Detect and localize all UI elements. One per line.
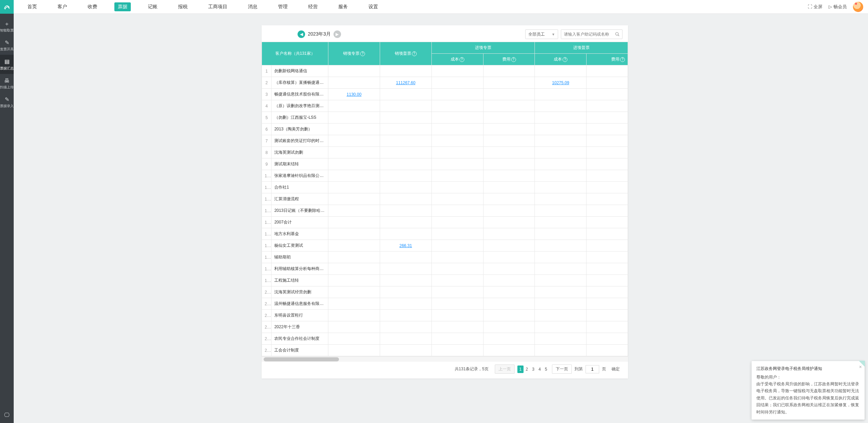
table-row[interactable]: 21温州畅捷通信息服务有限… (262, 298, 628, 310)
table-row[interactable]: 15地方水利基金 (262, 228, 628, 240)
table-row[interactable]: 17辅助期初 (262, 252, 628, 263)
cell-sale-ordinary-link[interactable]: 266.31 (399, 243, 412, 248)
nav-item-11[interactable]: 设置 (365, 2, 381, 11)
help-icon[interactable]: ? (412, 51, 417, 56)
goto-suffix: 页 (602, 366, 606, 372)
table-row[interactable]: 3畅捷通信息技术股份有限公…1130.00 (262, 89, 628, 100)
row-name: 合作社1 (272, 182, 328, 193)
cell-sale-ordinary: 111267.60 (380, 77, 431, 89)
cell-po-expense (587, 147, 628, 158)
nav-item-5[interactable]: 报税 (175, 2, 191, 11)
cell-po-cost (535, 228, 587, 240)
pager-page-1[interactable]: 1 (517, 366, 524, 373)
table-row[interactable]: 24农民专业合作社会计制度 (262, 333, 628, 345)
table-row[interactable]: 232022年十三香 (262, 321, 628, 333)
table-row[interactable]: 9测试期末结转 (262, 158, 628, 170)
nav-item-7[interactable]: 消息 (244, 2, 261, 11)
cell-po-cost (535, 89, 587, 100)
cell-ps-expense (483, 321, 535, 333)
period-prev-button[interactable]: ◀ (298, 30, 305, 38)
row-index: 8 (262, 147, 272, 158)
table-row[interactable]: 18利用辅助核算分析每种商… (262, 263, 628, 275)
table-row[interactable]: 25工会会计制度 (262, 345, 628, 356)
sidebar-item-2[interactable]: ▤票据汇总 (0, 55, 14, 74)
table-row[interactable]: 8沈海英测试勿删 (262, 147, 628, 158)
goto-confirm-button[interactable]: 确定 (609, 365, 622, 373)
nav-item-6[interactable]: 工商项目 (205, 2, 231, 11)
cell-sale-ordinary (380, 89, 431, 100)
nav-item-0[interactable]: 首页 (24, 2, 40, 11)
search-input[interactable] (561, 30, 613, 39)
cell-po-expense (587, 228, 628, 240)
member-button[interactable]: ▷ 畅会员 (829, 4, 847, 10)
main-area: ◀ 2023年3月 ▶ 全部员工 ▼ (14, 14, 868, 423)
cell-sale-ordinary-link[interactable]: 111267.60 (396, 80, 415, 85)
help-icon[interactable]: ? (563, 57, 567, 62)
sidebar-bottom-icon[interactable]: 🖵 (4, 407, 10, 423)
cell-ps-cost (431, 112, 483, 124)
fullscreen-button[interactable]: ⛶ 全屏 (808, 4, 822, 10)
table-row[interactable]: 2（库存核算）直播畅捷通信…111267.6010275.09 (262, 77, 628, 89)
pager-prev-button[interactable]: 上一页 (495, 364, 515, 374)
nav-item-1[interactable]: 客户 (54, 2, 71, 11)
table-row[interactable]: 12汇算清缴流程 (262, 193, 628, 205)
table-row[interactable]: 11合作社1 (262, 182, 628, 193)
pager-next-button[interactable]: 下一页 (552, 364, 572, 374)
table-row[interactable]: 142007会计 (262, 217, 628, 228)
period-next-button[interactable]: ▶ (334, 30, 341, 38)
cell-po-cost-link[interactable]: 10275.09 (552, 80, 569, 85)
cell-po-expense (587, 345, 628, 356)
row-index: 25 (262, 345, 272, 356)
cell-po-cost (535, 263, 587, 275)
search-button[interactable] (613, 30, 622, 39)
help-icon[interactable]: ? (360, 51, 365, 56)
sidebar-item-4[interactable]: ✎票据录入 (0, 93, 14, 112)
table-row[interactable]: 7测试账套的凭证打印的时候… (262, 135, 628, 147)
help-icon[interactable]: ? (620, 57, 625, 62)
table-row[interactable]: 22东明县设置鞋行 (262, 310, 628, 321)
help-icon[interactable]: ? (460, 57, 464, 62)
table-row[interactable]: 1勿删新锐网络通信 (262, 65, 628, 77)
nav-item-8[interactable]: 管理 (275, 2, 291, 11)
cell-sale-special (328, 333, 380, 345)
horizontal-scrollbar[interactable] (262, 356, 628, 362)
table-row[interactable]: 16杨仙女工资测试266.31 (262, 240, 628, 252)
employee-select[interactable]: 全部员工 ▼ (525, 29, 558, 39)
pager-page-3[interactable]: 3 (530, 366, 537, 373)
help-icon[interactable]: ? (511, 57, 516, 62)
sidebar-item-3[interactable]: 🖶扫描上传 (0, 74, 14, 93)
table-row[interactable]: 62013（陶美芳勿删） (262, 124, 628, 135)
table-row[interactable]: 19工程施工结转 (262, 275, 628, 286)
table-row[interactable]: 20沈海英测试经营勿删 (262, 286, 628, 298)
nav-item-10[interactable]: 服务 (335, 2, 351, 11)
cell-sale-special (328, 170, 380, 182)
cell-po-expense (587, 298, 628, 310)
row-name: 测试期末结转 (272, 158, 328, 170)
cell-ps-cost (431, 147, 483, 158)
cell-po-cost (535, 252, 587, 263)
avatar[interactable] (853, 2, 863, 12)
nav-item-4[interactable]: 记账 (144, 2, 161, 11)
table-row[interactable]: 4（原）误删勿改李艳芬测试账… (262, 100, 628, 112)
goto-input[interactable] (586, 365, 599, 373)
cell-po-cost (535, 147, 587, 158)
sidebar-item-1[interactable]: ✎发票开具 (0, 36, 14, 55)
cell-po-expense (587, 310, 628, 321)
search-icon (615, 32, 620, 37)
toolbar: ◀ 2023年3月 ▶ 全部员工 ▼ (262, 25, 628, 42)
notify-close-button[interactable]: × (859, 363, 862, 371)
table-row[interactable]: 5（勿删）江西服宝-LSS (262, 112, 628, 124)
cell-sale-special (328, 77, 380, 89)
pager-page-5[interactable]: 5 (543, 366, 549, 373)
table-row[interactable]: 10张家港摩迪针织品有限公… (262, 170, 628, 182)
scrollbar-thumb[interactable] (264, 357, 339, 361)
nav-item-2[interactable]: 收费 (84, 2, 101, 11)
table-row[interactable]: 132013日记账（不要删除哈… (262, 205, 628, 217)
cell-sale-special-link[interactable]: 1130.00 (347, 92, 361, 97)
nav-item-9[interactable]: 经营 (305, 2, 321, 11)
pager-page-2[interactable]: 2 (524, 366, 530, 373)
pager-page-4[interactable]: 4 (537, 366, 543, 373)
nav-item-3[interactable]: 票据 (114, 2, 131, 11)
content-card: ◀ 2023年3月 ▶ 全部员工 ▼ (262, 25, 628, 379)
sidebar-item-0[interactable]: ＋智能取票 (0, 17, 14, 36)
